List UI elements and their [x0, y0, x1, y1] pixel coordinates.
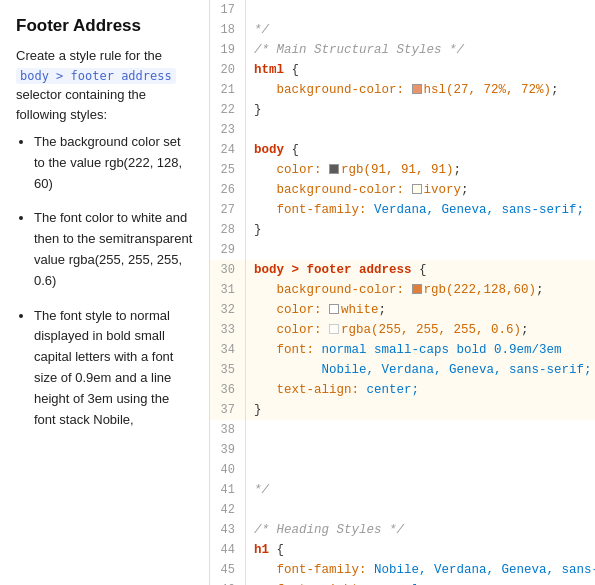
line-number: 41 — [210, 480, 246, 500]
color-swatch — [329, 324, 339, 334]
color-swatch — [329, 304, 339, 314]
code-line: 33 color: rgba(255, 255, 255, 0.6); — [210, 320, 595, 340]
line-content: color: white; — [254, 300, 386, 320]
intro-text: Create a style rule for the body > foote… — [16, 46, 193, 124]
line-number: 24 — [210, 140, 246, 160]
code-line: 40 — [210, 460, 595, 480]
line-number: 39 — [210, 440, 246, 460]
line-number: 22 — [210, 100, 246, 120]
line-number: 33 — [210, 320, 246, 340]
line-number: 23 — [210, 120, 246, 140]
line-content: text-align: center; — [254, 380, 419, 400]
line-number: 34 — [210, 340, 246, 360]
line-number: 45 — [210, 560, 246, 580]
code-line: 29 — [210, 240, 595, 260]
code-line: 22} — [210, 100, 595, 120]
code-area: 17 18*/19/* Main Structural Styles */20h… — [210, 0, 595, 585]
line-number: 20 — [210, 60, 246, 80]
code-line: 23 — [210, 120, 595, 140]
code-line: 41*/ — [210, 480, 595, 500]
line-content — [254, 240, 262, 260]
line-content — [254, 500, 262, 520]
code-line: 37} — [210, 400, 595, 420]
line-number: 19 — [210, 40, 246, 60]
line-number: 30 — [210, 260, 246, 280]
list-item: The font style to normal displayed in bo… — [34, 306, 193, 431]
line-number: 38 — [210, 420, 246, 440]
line-number: 26 — [210, 180, 246, 200]
code-line: 25 color: rgb(91, 91, 91); — [210, 160, 595, 180]
code-line: 21 background-color: hsl(27, 72%, 72%); — [210, 80, 595, 100]
line-content: font-weight: normal; — [254, 580, 427, 585]
left-panel: Footer Address Create a style rule for t… — [0, 0, 210, 585]
line-content: Nobile, Verdana, Geneva, sans-serif; — [254, 360, 592, 380]
line-number: 46 — [210, 580, 246, 585]
list-item: The font color to white and then to the … — [34, 208, 193, 291]
code-line: 19/* Main Structural Styles */ — [210, 40, 595, 60]
selector-badge: body > footer address — [16, 68, 176, 84]
line-content: } — [254, 100, 262, 120]
line-number: 18 — [210, 20, 246, 40]
line-number: 21 — [210, 80, 246, 100]
line-content — [254, 0, 262, 20]
color-swatch — [412, 184, 422, 194]
code-editor: 17 18*/19/* Main Structural Styles */20h… — [210, 0, 595, 585]
line-number: 17 — [210, 0, 246, 20]
line-content: font: normal small-caps bold 0.9em/3em — [254, 340, 562, 360]
line-number: 25 — [210, 160, 246, 180]
line-content: background-color: hsl(27, 72%, 72%); — [254, 80, 559, 100]
line-number: 32 — [210, 300, 246, 320]
line-content — [254, 420, 262, 440]
line-content: /* Heading Styles */ — [254, 520, 404, 540]
line-content: font-family: Nobile, Verdana, Geneva, sa… — [254, 560, 595, 580]
line-content: */ — [254, 20, 269, 40]
code-line: 17 — [210, 0, 595, 20]
line-content: */ — [254, 480, 269, 500]
line-content: html { — [254, 60, 299, 80]
code-line: 45 font-family: Nobile, Verdana, Geneva,… — [210, 560, 595, 580]
code-line: 39 — [210, 440, 595, 460]
line-number: 36 — [210, 380, 246, 400]
code-line: 36 text-align: center; — [210, 380, 595, 400]
panel-title: Footer Address — [16, 16, 193, 36]
line-number: 44 — [210, 540, 246, 560]
line-content: background-color: rgb(222,128,60); — [254, 280, 544, 300]
code-line: 27 font-family: Verdana, Geneva, sans-se… — [210, 200, 595, 220]
line-number: 27 — [210, 200, 246, 220]
code-line: 31 background-color: rgb(222,128,60); — [210, 280, 595, 300]
color-swatch — [329, 164, 339, 174]
color-swatch — [412, 84, 422, 94]
line-content: background-color: ivory; — [254, 180, 469, 200]
line-content — [254, 460, 262, 480]
code-line: 32 color: white; — [210, 300, 595, 320]
line-number: 29 — [210, 240, 246, 260]
line-number: 40 — [210, 460, 246, 480]
line-content: } — [254, 400, 262, 420]
line-content: body { — [254, 140, 299, 160]
code-line: 43/* Heading Styles */ — [210, 520, 595, 540]
code-line: 30body > footer address { — [210, 260, 595, 280]
line-content: color: rgba(255, 255, 255, 0.6); — [254, 320, 529, 340]
line-content: } — [254, 220, 262, 240]
line-number: 42 — [210, 500, 246, 520]
code-line: 35 Nobile, Verdana, Geneva, sans-serif; — [210, 360, 595, 380]
line-content: font-family: Verdana, Geneva, sans-serif… — [254, 200, 584, 220]
color-swatch — [412, 284, 422, 294]
line-content — [254, 120, 262, 140]
line-content — [254, 440, 262, 460]
line-number: 28 — [210, 220, 246, 240]
line-number: 43 — [210, 520, 246, 540]
code-line: 44h1 { — [210, 540, 595, 560]
code-line: 24body { — [210, 140, 595, 160]
code-line: 38 — [210, 420, 595, 440]
code-line: 42 — [210, 500, 595, 520]
line-number: 31 — [210, 280, 246, 300]
line-number: 37 — [210, 400, 246, 420]
code-line: 28} — [210, 220, 595, 240]
code-line: 20html { — [210, 60, 595, 80]
code-line: 34 font: normal small-caps bold 0.9em/3e… — [210, 340, 595, 360]
list-item: The background color set to the value rg… — [34, 132, 193, 194]
line-content: body > footer address { — [254, 260, 427, 280]
line-number: 35 — [210, 360, 246, 380]
bullet-list: The background color set to the value rg… — [34, 132, 193, 430]
